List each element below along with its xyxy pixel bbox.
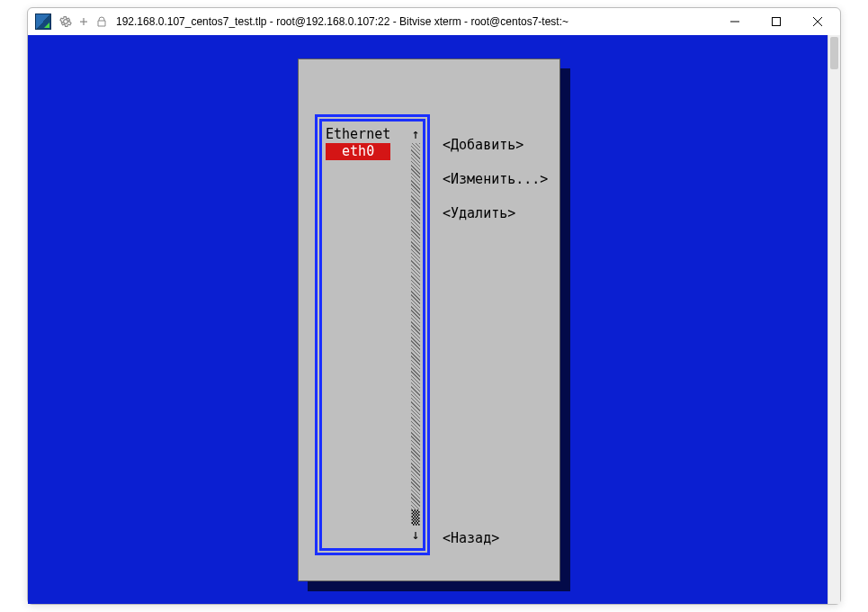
action-menu: <Добавить> <Изменить...> <Удалить> [443, 137, 548, 239]
scroll-down-arrow-icon[interactable]: ↓ [411, 526, 420, 544]
gear-icon[interactable] [58, 14, 73, 29]
nmtui-dialog: Ethernet eth0 ↑ ▒ ↓ <Добавить> <Изме [298, 58, 560, 581]
lock-icon[interactable] [94, 14, 109, 29]
back-button[interactable]: <Назад> [443, 530, 499, 547]
plus-icon[interactable] [76, 14, 91, 29]
app-window: 192.168.0.107_centos7_test.tlp - root@19… [27, 7, 841, 605]
terminal-area[interactable]: Ethernet eth0 ↑ ▒ ↓ <Добавить> <Изме [28, 35, 828, 604]
svg-rect-0 [773, 18, 781, 26]
scroll-track[interactable] [411, 143, 420, 509]
connection-list-inner: Ethernet eth0 ↑ ▒ ↓ [319, 119, 425, 551]
list-scrollbar[interactable]: ↑ ▒ ↓ [411, 126, 420, 544]
maximize-button[interactable] [756, 8, 797, 35]
scroll-marker-icon: ▒ [411, 509, 420, 526]
close-button[interactable] [797, 8, 838, 35]
window-title: 192.168.0.107_centos7_test.tlp - root@19… [116, 15, 714, 28]
add-button[interactable]: <Добавить> [443, 137, 548, 154]
scroll-up-arrow-icon[interactable]: ↑ [411, 126, 420, 143]
titlebar: 192.168.0.107_centos7_test.tlp - root@19… [28, 8, 840, 35]
list-item-selected[interactable]: eth0 [326, 143, 390, 160]
connection-list-panel: Ethernet eth0 ↑ ▒ ↓ [315, 114, 430, 555]
window-controls [714, 8, 838, 35]
delete-button[interactable]: <Удалить> [443, 205, 548, 222]
window-vertical-scrollbar[interactable] [828, 35, 840, 604]
scrollbar-thumb[interactable] [830, 37, 838, 69]
minimize-button[interactable] [714, 8, 756, 35]
connection-list[interactable]: Ethernet eth0 [326, 126, 409, 160]
terminal-client: Ethernet eth0 ↑ ▒ ↓ <Добавить> <Изме [28, 35, 840, 604]
app-icon [35, 14, 51, 30]
edit-button[interactable]: <Изменить...> [443, 171, 548, 188]
list-item[interactable]: eth0 [326, 143, 409, 160]
list-header: Ethernet [326, 126, 409, 143]
